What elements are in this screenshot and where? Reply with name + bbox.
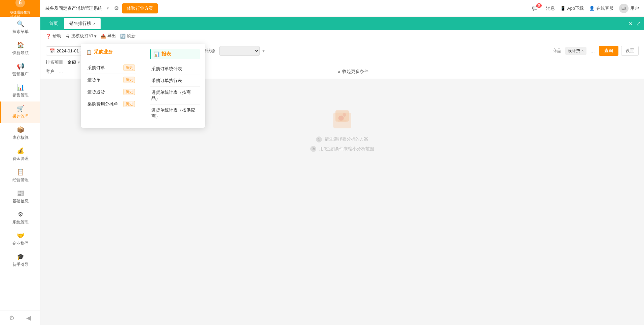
user-label: 用户	[630, 5, 639, 11]
tabbar: 首页 销售排行榜 × ✕ ⤢	[40, 17, 644, 30]
purchase-section-icon: 📋	[86, 49, 92, 55]
industry-btn[interactable]: 体验行业方案	[122, 3, 158, 13]
sidebar-item-quick[interactable]: 🏠 快捷导航	[0, 38, 40, 59]
menu-item-purchase-order-exec[interactable]: 采购订单执行表	[150, 75, 200, 87]
sidebar-item-guide[interactable]: 🎓 新手引导	[0, 250, 40, 271]
menu-item-purchase-expense[interactable]: 采购费用分摊单 历史	[86, 98, 136, 110]
sidebar-item-enterprise[interactable]: 🤝 企业协同	[0, 229, 40, 250]
online-service-group[interactable]: 👤 在线客服	[589, 5, 614, 11]
svg-text:6: 6	[19, 0, 22, 5]
sidebar-item-search[interactable]: 🔍 搜索菜单	[0, 17, 40, 38]
enterprise-icon: 🤝	[17, 232, 24, 239]
purchase-menu-section: 📋 采购业务 采购订单 历史 进货单 历史 进货退货 历史 采购费用分摊单	[86, 49, 136, 122]
menu-item-inbound[interactable]: 进货单 历史	[86, 74, 136, 86]
menu-item-purchase-order[interactable]: 采购订单 历史	[86, 62, 136, 74]
online-service-label: 在线客服	[596, 5, 614, 11]
topbar: 装备及固定资产辅助管理系统 ▾ ⚙ 体验行业方案 💬 9 消息 📱 App下载 …	[40, 0, 644, 17]
sidebar: 6 畅捷通好生意 标准版 🔍 搜索菜单 🏠 快捷导航 📢 营销推广 📊 销售管理…	[0, 0, 40, 325]
history-badge-purchase-expense: 历史	[123, 101, 135, 107]
tab-maximize-icon[interactable]: ⤢	[636, 21, 641, 27]
app-logo: 6 畅捷通好生意 标准版	[0, 0, 40, 17]
message-label: 消息	[546, 5, 555, 11]
sidebar-item-operations[interactable]: 📋 经营管理	[0, 165, 40, 186]
tabbar-right: ✕ ⤢	[629, 21, 641, 27]
purchase-section-header: 📋 采购业务	[86, 49, 136, 58]
system-title: 装备及固定资产辅助管理系统	[45, 5, 102, 11]
home-icon: 🏠	[17, 41, 24, 49]
report-section-icon: 📊	[154, 51, 159, 57]
logo-icon: 6	[15, 0, 25, 9]
purchase-icon: 🛒	[17, 105, 24, 112]
sidebar-footer: ⚙ ◀	[0, 311, 40, 325]
tab-close-window-icon[interactable]: ✕	[629, 21, 633, 27]
sales-icon: 📊	[17, 84, 24, 91]
inventory-icon: 📦	[17, 126, 24, 133]
content-area: ❓ 帮助 🖨 按模板打印 ▾ 📤 导出 🔄 刷新 📅	[40, 30, 644, 325]
report-section-header: 📊 报表	[150, 49, 200, 59]
tab-sales-rank[interactable]: 销售排行榜 ×	[64, 18, 101, 29]
history-badge-inbound-return: 历史	[123, 89, 135, 95]
sidebar-item-funds[interactable]: 💰 资金管理	[0, 144, 40, 165]
phone-icon: 📱	[560, 6, 566, 11]
tab-home[interactable]: 首页	[44, 18, 63, 29]
menu-divider	[143, 49, 143, 56]
tab-sales-rank-label: 销售排行榜	[69, 21, 91, 27]
purchase-dropdown-menu: 📋 采购业务 采购订单 历史 进货单 历史 进货退货 历史 采购费用分摊单	[81, 44, 205, 128]
system-icon: ⚙	[18, 211, 23, 218]
tab-close-icon[interactable]: ×	[93, 22, 95, 26]
app-download-group[interactable]: 📱 App下载	[560, 5, 584, 11]
basic-icon: 📰	[17, 190, 24, 197]
main-content: 装备及固定资产辅助管理系统 ▾ ⚙ 体验行业方案 💬 9 消息 📱 App下载 …	[40, 0, 644, 325]
sidebar-item-basic[interactable]: 📰 基础信息	[0, 186, 40, 207]
collapse-sidebar-icon[interactable]: ◀	[26, 314, 31, 322]
message-badge: 9	[536, 3, 542, 8]
settings-footer-icon[interactable]: ⚙	[9, 314, 14, 322]
marketing-icon: 📢	[17, 63, 24, 70]
guide-icon: 🎓	[17, 253, 24, 260]
user-group[interactable]: Ea 用户	[619, 4, 639, 13]
funds-icon: 💰	[17, 147, 24, 155]
app-download-label: App下载	[567, 5, 584, 11]
menu-item-purchase-order-stats[interactable]: 采购订单统计表	[150, 63, 200, 75]
menu-item-inbound-stats-product[interactable]: 进货单统计表（按商品）	[150, 87, 200, 105]
history-badge-inbound: 历史	[123, 77, 135, 83]
settings-icon[interactable]: ⚙	[114, 5, 119, 11]
menu-item-inbound-stats-supplier[interactable]: 进货单统计表（按供应商）	[150, 105, 200, 122]
menu-item-inbound-return[interactable]: 进货退货 历史	[86, 86, 136, 98]
system-dropdown-icon[interactable]: ▾	[107, 6, 109, 11]
search-icon: 🔍	[17, 20, 24, 28]
message-group[interactable]: 💬 9 消息	[532, 5, 555, 11]
sidebar-item-purchase[interactable]: 🛒 采购管理	[0, 101, 40, 123]
sidebar-item-marketing[interactable]: 📢 营销推广	[0, 59, 40, 80]
sidebar-item-inventory[interactable]: 📦 库存核算	[0, 123, 40, 144]
report-menu-section: 📊 报表 采购订单统计表 采购订单执行表 进货单统计表（按商品） 进货单统计表（…	[150, 49, 200, 122]
user-avatar: Ea	[619, 4, 629, 13]
topbar-right: 💬 9 消息 📱 App下载 👤 在线客服 Ea 用户	[532, 4, 639, 13]
operations-icon: 📋	[17, 168, 24, 176]
tab-home-label: 首页	[49, 21, 58, 27]
sidebar-item-sales[interactable]: 📊 销售管理	[0, 80, 40, 101]
history-badge-purchase-order: 历史	[123, 65, 135, 71]
service-icon: 👤	[589, 6, 595, 11]
sidebar-item-system[interactable]: ⚙ 系统管理	[0, 207, 40, 229]
